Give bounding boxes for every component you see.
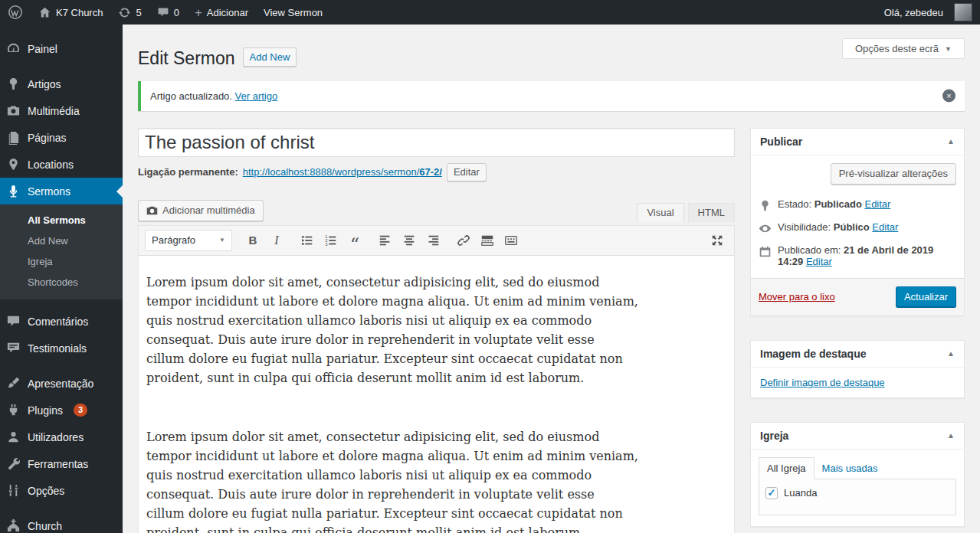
- sidebar-item-locations[interactable]: Locations: [0, 151, 123, 178]
- edit-visibility-link[interactable]: Editar: [872, 221, 898, 233]
- published-date-row: Publicado em: 21 de Abril de 2019 14:29 …: [759, 240, 956, 272]
- sidebar-item-users[interactable]: Utilizadores: [0, 423, 123, 450]
- toolbar-toggle-button[interactable]: [500, 231, 522, 250]
- sidebar-item-comments[interactable]: Comentários: [0, 308, 123, 335]
- tab-html[interactable]: HTML: [688, 203, 735, 222]
- sidebar-item-church[interactable]: Church: [0, 512, 123, 533]
- sidebar-item-label: Artigos: [28, 78, 61, 90]
- comments-menu-item[interactable]: 0: [149, 0, 187, 25]
- link-button[interactable]: [453, 231, 474, 250]
- align-right-button[interactable]: [422, 231, 444, 250]
- sidebar-item-label: Church: [28, 520, 62, 532]
- sidebar-item-posts[interactable]: Artigos: [0, 70, 123, 97]
- updates-count: 5: [136, 7, 141, 18]
- sermons-submenu: All Sermons Add New Igreja Shortcodes: [0, 204, 123, 299]
- set-featured-image-link[interactable]: Definir imagem de destaque: [760, 377, 885, 388]
- site-name-menu-item[interactable]: K7 Church: [31, 0, 110, 25]
- main-content-area: Opções deste ecrã ▼ Edit Sermon Add New …: [123, 25, 980, 533]
- sidebar-item-label: Sermons: [28, 185, 70, 198]
- collapse-panel-icon[interactable]: ▲: [947, 137, 955, 146]
- page-header: Edit Sermon Add New: [138, 47, 965, 70]
- view-sermon-label: View Sermon: [264, 7, 323, 18]
- collapse-panel-icon[interactable]: ▲: [947, 349, 955, 358]
- tab-all-igreja[interactable]: All Igreja: [759, 457, 814, 479]
- view-sermon-menu-item[interactable]: View Sermon: [256, 0, 330, 25]
- published-date-label: Publicado em:: [778, 244, 841, 256]
- bold-button[interactable]: B: [242, 231, 264, 250]
- align-center-button[interactable]: [398, 231, 420, 250]
- add-media-label: Adicionar multimédia: [162, 204, 255, 216]
- sidebar-item-appearance[interactable]: Apresentação: [0, 370, 123, 397]
- admin-bar: K7 Church 5 0 + Adicionar View Sermon Ol…: [0, 0, 980, 25]
- edit-date-link[interactable]: Editar: [806, 256, 832, 267]
- page-title: Edit Sermon: [138, 47, 235, 70]
- account-menu-item[interactable]: Olá, zebedeu: [877, 3, 980, 21]
- wordpress-logo-icon: [8, 5, 23, 20]
- content-paragraph: Lorem ipsum dolor sit amet, consectetur …: [146, 427, 726, 533]
- updates-menu-item[interactable]: 5: [110, 0, 149, 25]
- screen-options-button[interactable]: Opções deste ecrã ▼: [842, 38, 965, 59]
- collapse-panel-icon[interactable]: ▲: [947, 431, 955, 440]
- add-new-button[interactable]: Add New: [243, 47, 297, 67]
- update-button[interactable]: Actualizar: [896, 286, 956, 308]
- sidebar-item-media[interactable]: Multimédia: [0, 97, 123, 124]
- home-icon: [38, 6, 51, 19]
- sidebar-item-sermons[interactable]: Sermons: [0, 178, 123, 204]
- sidebar-item-tools[interactable]: Ferramentas: [0, 450, 123, 477]
- sidebar-item-testimonials[interactable]: Testimonials: [0, 335, 123, 361]
- submenu-item-add-new[interactable]: Add New: [0, 231, 123, 251]
- svg-text:3: 3: [325, 242, 327, 247]
- account-greeting: Olá, zebedeu: [884, 7, 943, 18]
- sidebar-item-plugins[interactable]: Plugins 3: [0, 397, 123, 423]
- submenu-item-all-sermons[interactable]: All Sermons: [0, 210, 123, 231]
- preview-changes-button[interactable]: Pré-visualizar alterações: [831, 163, 956, 185]
- add-media-button[interactable]: Adicionar multimédia: [138, 200, 264, 221]
- testimonial-icon: [6, 341, 21, 355]
- view-post-link[interactable]: Ver artigo: [235, 90, 278, 102]
- submenu-item-shortcodes[interactable]: Shortcodes: [0, 272, 123, 293]
- tab-most-used[interactable]: Mais usadas: [814, 458, 886, 479]
- post-content-editor[interactable]: Lorem ipsum dolor sit amet, consectetur …: [139, 256, 734, 533]
- italic-button[interactable]: I: [266, 231, 287, 250]
- new-content-menu-item[interactable]: + Adicionar: [187, 0, 256, 25]
- sidebar-item-dashboard[interactable]: Painel: [0, 35, 123, 62]
- move-to-trash-link[interactable]: Mover para o lixo: [759, 291, 835, 302]
- numbered-list-button[interactable]: 123: [320, 231, 342, 250]
- publish-panel-header[interactable]: Publicar ▲: [751, 129, 964, 155]
- post-title-input[interactable]: [138, 128, 735, 157]
- checked-checkbox[interactable]: ✓: [765, 487, 778, 499]
- read-more-button[interactable]: [477, 231, 498, 250]
- paragraph-format-select[interactable]: Parágrafo ▼: [145, 230, 232, 251]
- edit-permalink-button[interactable]: Editar: [447, 163, 487, 181]
- permalink-link[interactable]: http://localhost:8888/wordpress/sermon/6…: [243, 166, 442, 178]
- microphone-icon: [6, 184, 21, 198]
- sidebar-item-label: Painel: [28, 43, 57, 55]
- featured-image-panel-header[interactable]: Imagem de destaque ▲: [751, 341, 964, 368]
- edit-status-link[interactable]: Editar: [864, 198, 890, 210]
- visibility-label: Visibilidade:: [778, 221, 831, 233]
- sidebar-item-settings[interactable]: Opções: [0, 477, 123, 504]
- igreja-panel-header[interactable]: Igreja ▲: [751, 423, 964, 450]
- menu-separator: [0, 299, 123, 308]
- user-avatar: [954, 3, 972, 21]
- bullet-list-button[interactable]: [297, 231, 318, 250]
- editor-mode-tabs: Visual HTML: [633, 202, 735, 221]
- blockquote-button[interactable]: “: [344, 231, 365, 250]
- align-left-button[interactable]: [375, 231, 396, 250]
- sidebar-item-label: Ferramentas: [28, 458, 88, 470]
- visibility-row: Visibilidade: Público Editar: [759, 217, 956, 240]
- sidebar-item-pages[interactable]: Páginas: [0, 124, 123, 151]
- comment-icon: [6, 314, 21, 329]
- fullscreen-button[interactable]: [706, 231, 728, 250]
- dismiss-notice-icon[interactable]: ×: [942, 90, 955, 103]
- tab-visual[interactable]: Visual: [637, 203, 683, 222]
- submenu-item-igreja[interactable]: Igreja: [0, 251, 123, 272]
- sidebar-item-label: Comentários: [28, 316, 88, 328]
- paintbrush-icon: [6, 376, 21, 391]
- updates-icon: [118, 6, 131, 19]
- menu-separator: [0, 361, 123, 370]
- plugins-update-badge: 3: [74, 404, 87, 417]
- term-row-luanda[interactable]: ✓ Luanda: [765, 487, 949, 499]
- permalink-base: http://localhost:8888/wordpress/sermon/: [243, 166, 420, 178]
- wordpress-logo-button[interactable]: [0, 0, 31, 25]
